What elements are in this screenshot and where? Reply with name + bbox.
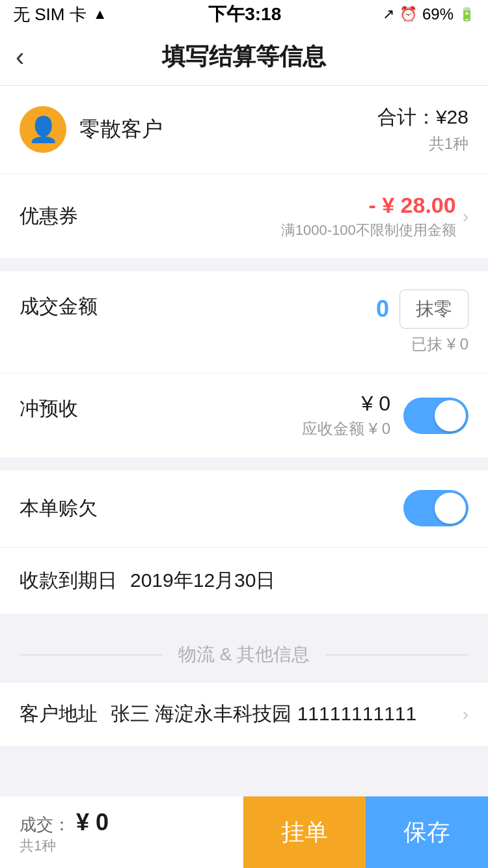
coupon-desc: 满1000-100不限制使用金额 <box>281 221 456 240</box>
bottom-deal-label: 成交： <box>20 815 70 834</box>
prepayment-label: 冲预收 <box>20 392 78 422</box>
debt-label: 本单赊欠 <box>20 495 98 522</box>
status-left: 无 SIM 卡 ▲ <box>13 3 107 26</box>
round-zero-button[interactable]: 抹零 <box>400 290 468 329</box>
due-date-row: 收款到期日 2019年12月30日 <box>0 547 488 614</box>
customer-name: 零散客户 <box>79 115 163 144</box>
location-icon: ↗ <box>383 6 394 23</box>
save-button[interactable]: 保存 <box>366 796 488 868</box>
address-value: 张三 海淀永丰科技园 11111111111 <box>111 701 456 727</box>
debt-toggle[interactable] <box>403 490 468 526</box>
battery-icon: 🔋 <box>459 7 475 22</box>
debt-card: 本单赊欠 收款到期日 2019年12月30日 <box>0 470 488 614</box>
deal-amount-row: 成交金额 抹零 已抹 ¥ 0 <box>0 271 488 373</box>
bottom-count: 共1种 <box>20 836 224 856</box>
customer-left: 👤 零散客户 <box>20 106 163 153</box>
total-label: 合计：¥28 <box>377 104 468 131</box>
chevron-right-icon: › <box>463 206 468 227</box>
page-content: 👤 零散客户 合计：¥28 共1种 优惠券 - ¥ 28.00 满1000-10… <box>0 86 488 830</box>
deal-amount-label: 成交金额 <box>20 290 98 320</box>
customer-right: 合计：¥28 共1种 <box>377 104 468 154</box>
deal-amount-sub: 已抹 ¥ 0 <box>411 334 468 355</box>
avatar-icon: 👤 <box>28 115 59 144</box>
logistics-divider: 物流 & 其他信息 <box>0 627 488 683</box>
back-button[interactable]: ‹ <box>16 42 24 72</box>
status-time: 下午3:18 <box>208 2 281 27</box>
battery-text: 69% <box>422 5 454 23</box>
coupon-amount: - ¥ 28.00 <box>281 193 456 218</box>
debt-toggle-knob <box>435 493 466 524</box>
due-date-value: 2019年12月30日 <box>130 567 275 594</box>
debt-row: 本单赊欠 <box>0 470 488 546</box>
total-count: 共1种 <box>377 133 468 154</box>
prepayment-row: 冲预收 ¥ 0 应收金额 ¥ 0 <box>0 373 488 457</box>
bottom-deal-line: 成交： ¥ 0 <box>20 809 224 836</box>
address-card[interactable]: 客户地址 张三 海淀永丰科技园 11111111111 › <box>0 683 488 746</box>
wifi-icon: ▲ <box>93 6 107 23</box>
customer-card: 👤 零散客户 合计：¥28 共1种 优惠券 - ¥ 28.00 满1000-10… <box>0 86 488 258</box>
address-row: 客户地址 张三 海淀永丰科技园 11111111111 › <box>0 683 488 746</box>
nav-bar: ‹ 填写结算等信息 <box>0 29 488 86</box>
status-right: ↗ ⏰ 69% 🔋 <box>383 5 475 23</box>
coupon-row[interactable]: 优惠券 - ¥ 28.00 满1000-100不限制使用金额 › <box>0 174 488 258</box>
hang-order-button[interactable]: 挂单 <box>243 796 366 868</box>
deal-amount-value-area: 抹零 <box>337 290 468 329</box>
customer-avatar: 👤 <box>20 106 66 153</box>
bottom-summary: 成交： ¥ 0 共1种 <box>0 809 243 856</box>
page-title: 填写结算等信息 <box>162 41 326 73</box>
prepayment-sub: 应收金额 ¥ 0 <box>302 418 390 439</box>
coupon-right: - ¥ 28.00 满1000-100不限制使用金额 › <box>281 193 468 240</box>
logistics-section-label: 物流 & 其他信息 <box>163 642 325 667</box>
toggle-knob <box>435 400 466 431</box>
deal-amount-input[interactable] <box>337 295 389 323</box>
coupon-label: 优惠券 <box>20 203 78 230</box>
bottom-bar: 成交： ¥ 0 共1种 挂单 保存 <box>0 796 488 868</box>
address-chevron-icon: › <box>463 704 468 725</box>
deal-card: 成交金额 抹零 已抹 ¥ 0 冲预收 ¥ 0 应收金额 ¥ 0 <box>0 271 488 457</box>
bottom-deal-amount: ¥ 0 <box>76 809 109 835</box>
prepayment-amount: ¥ 0 <box>302 392 390 416</box>
due-date-label: 收款到期日 <box>20 567 117 594</box>
alarm-icon: ⏰ <box>400 6 417 23</box>
status-bar: 无 SIM 卡 ▲ 下午3:18 ↗ ⏰ 69% 🔋 <box>0 0 488 29</box>
carrier-text: 无 SIM 卡 <box>13 3 87 26</box>
address-label: 客户地址 <box>20 701 98 727</box>
logistics-line-right <box>325 655 468 655</box>
logistics-line-left <box>20 655 163 655</box>
coupon-right-content: - ¥ 28.00 满1000-100不限制使用金额 <box>281 193 456 240</box>
customer-row: 👤 零散客户 合计：¥28 共1种 <box>0 86 488 172</box>
prepayment-toggle[interactable] <box>403 398 468 434</box>
